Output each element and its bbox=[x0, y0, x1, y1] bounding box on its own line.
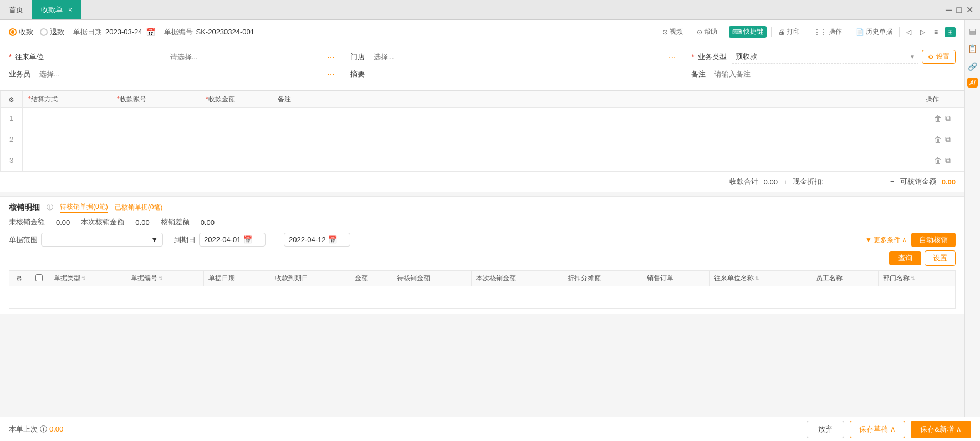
bottom-buttons: 放弃 保存草稿 ∧ 保存&新增 ∧ bbox=[807, 421, 971, 438]
reconcile-stats: 未核销金额 0.00 本次核销金额 0.00 核销差额 0.00 bbox=[9, 217, 956, 227]
counterparty-input[interactable] bbox=[167, 51, 320, 63]
bill-no-field: 单据编号 SK-20230324-001 bbox=[164, 27, 255, 37]
table-settings-header[interactable]: ⚙ bbox=[1, 91, 23, 108]
auto-reconcile-btn[interactable]: 自动核销 bbox=[911, 233, 956, 247]
save-new-btn[interactable]: 保存&新增 ∧ bbox=[911, 421, 971, 438]
net-val: 0.00 bbox=[942, 178, 956, 186]
divider1 bbox=[690, 27, 690, 37]
divider3 bbox=[771, 27, 772, 37]
minimize-icon[interactable]: ─ bbox=[946, 5, 952, 15]
save-new-chevron: ∧ bbox=[956, 425, 962, 433]
reconcile-form-row: 单据范围 ▼ 到期日 2022-04-01 📅 — bbox=[9, 233, 860, 247]
layout-grid-icon[interactable]: ⊞ bbox=[945, 27, 956, 37]
video-btn[interactable]: ⊙ 视频 bbox=[660, 26, 685, 38]
calendar-icon-to: 📅 bbox=[328, 235, 337, 244]
close-icon[interactable]: ✕ bbox=[966, 4, 973, 15]
recon-select-all[interactable] bbox=[35, 274, 43, 281]
form-area: * 往来单位 ··· 门店 ··· * 业务类型 预收款 ▼ ⚙ bbox=[0, 44, 964, 91]
sidebar-ai-icon[interactable]: Ai bbox=[967, 78, 978, 88]
print-btn[interactable]: 🖨 打印 bbox=[776, 26, 802, 38]
receipt-amount-cell-3[interactable] bbox=[200, 150, 272, 171]
receipt-amount-cell-1[interactable] bbox=[200, 108, 272, 129]
recon-no-th: 单据编号 ⇅ bbox=[126, 271, 203, 286]
recon-amount-th: 金额 bbox=[350, 271, 392, 286]
nav-prev-icon[interactable]: ◁ bbox=[904, 27, 913, 37]
store-more-btn[interactable]: ··· bbox=[664, 52, 680, 62]
shortcut-btn[interactable]: ⌨ 快捷键 bbox=[729, 26, 767, 38]
sort-icon-no: ⇅ bbox=[159, 276, 163, 281]
nav-next-icon[interactable]: ▷ bbox=[918, 27, 927, 37]
recon-checkbox-th[interactable] bbox=[29, 271, 49, 286]
net-label: 可核销金额 bbox=[900, 177, 936, 187]
settle-method-cell-2[interactable] bbox=[23, 129, 111, 150]
abandon-btn[interactable]: 放弃 bbox=[807, 421, 844, 438]
sidebar-doc-icon[interactable]: 📋 bbox=[966, 42, 979, 55]
store-input[interactable] bbox=[370, 51, 661, 63]
remark-cell-2[interactable] bbox=[272, 129, 920, 150]
maximize-icon[interactable]: □ bbox=[956, 5, 962, 15]
save-draft-btn[interactable]: 保存草稿 ∧ bbox=[850, 421, 905, 438]
summary-input[interactable] bbox=[370, 68, 681, 80]
delete-icon-2[interactable]: 🗑 bbox=[934, 135, 942, 144]
row-num-1: 1 bbox=[1, 108, 23, 129]
delete-icon-3[interactable]: 🗑 bbox=[934, 156, 942, 165]
salesperson-input[interactable] bbox=[36, 68, 319, 80]
settings-button[interactable]: ⚙ 设置 bbox=[922, 50, 956, 64]
recon-dept-th: 部门名称 ⇅ bbox=[878, 271, 955, 286]
layout-list-icon[interactable]: ≡ bbox=[932, 27, 940, 37]
recon-date-th: 单据日期 bbox=[203, 271, 270, 286]
reconcile-info-icon[interactable]: ⓘ bbox=[47, 203, 53, 212]
receipt-radio[interactable]: 收款 bbox=[9, 27, 33, 37]
business-type-select[interactable]: 预收款 ▼ bbox=[732, 50, 919, 64]
copy-icon-1[interactable]: ⧉ bbox=[945, 114, 951, 123]
remark-header: 备注 bbox=[272, 91, 920, 108]
receipt-account-cell-3[interactable] bbox=[111, 150, 200, 171]
query-btn[interactable]: 查询 bbox=[889, 251, 921, 265]
ops-btn[interactable]: ⋮⋮ 操作 bbox=[811, 26, 844, 38]
date-to-picker[interactable]: 2022-04-12 📅 bbox=[284, 233, 350, 247]
copy-icon-2[interactable]: ⧉ bbox=[945, 135, 951, 144]
date-to-value: 2022-04-12 bbox=[289, 235, 326, 244]
done-tab[interactable]: 已核销单据(0笔) bbox=[115, 203, 163, 212]
pending-tab[interactable]: 待核销单据(0笔) bbox=[60, 202, 108, 213]
salesperson-more-btn[interactable]: ··· bbox=[323, 69, 339, 79]
tab-home[interactable]: 首页 bbox=[0, 0, 32, 19]
receipt-account-cell-2[interactable] bbox=[111, 129, 200, 150]
remark-cell-3[interactable] bbox=[272, 150, 920, 171]
bill-date-field: 单据日期 2023-03-24 📅 bbox=[73, 27, 155, 37]
refund-radio[interactable]: 退款 bbox=[40, 27, 64, 37]
discount-input[interactable] bbox=[829, 176, 885, 187]
history-btn[interactable]: 📄 历史单据 bbox=[854, 26, 895, 38]
divider6 bbox=[899, 27, 900, 37]
filter-icon: ▼ bbox=[865, 236, 872, 244]
remark-input[interactable] bbox=[711, 68, 956, 80]
recon-settings-th[interactable]: ⚙ bbox=[9, 271, 29, 286]
bill-date-label: 单据日期 bbox=[73, 27, 102, 37]
calendar-icon[interactable]: 📅 bbox=[146, 28, 155, 37]
receipt-amount-cell-2[interactable] bbox=[200, 129, 272, 150]
sidebar-attach-icon[interactable]: 🔗 bbox=[966, 60, 979, 73]
counterparty-label-text: 往来单位 bbox=[15, 52, 161, 62]
diff-label: 核销差额 bbox=[161, 217, 190, 227]
copy-icon-3[interactable]: ⧉ bbox=[945, 156, 951, 165]
tab-bar: 首页 收款单 × ─ □ ✕ bbox=[0, 0, 980, 20]
remark-cell-1[interactable] bbox=[272, 108, 920, 129]
date-from-picker[interactable]: 2022-04-01 📅 bbox=[199, 233, 266, 247]
help-btn[interactable]: ⊙ 帮助 bbox=[695, 26, 719, 38]
tab-receipt[interactable]: 收款单 × bbox=[32, 0, 81, 19]
receipt-amount-header: *收款金额 bbox=[200, 91, 272, 108]
current-order-label: 本单上次 bbox=[9, 424, 38, 434]
counterparty-more-btn[interactable]: ··· bbox=[323, 52, 339, 62]
tab-close-icon[interactable]: × bbox=[68, 6, 72, 14]
settle-method-cell-1[interactable] bbox=[23, 108, 111, 129]
scope-select[interactable]: ▼ bbox=[41, 233, 163, 247]
delete-icon-1[interactable]: 🗑 bbox=[934, 114, 942, 123]
recon-empty-row bbox=[9, 286, 956, 309]
receipt-account-cell-1[interactable] bbox=[111, 108, 200, 129]
settle-method-cell-3[interactable] bbox=[23, 150, 111, 171]
sort-icon-cp: ⇅ bbox=[755, 276, 759, 281]
recon-type-th: 单据类型 ⇅ bbox=[49, 271, 126, 286]
more-conditions-btn[interactable]: ▼ 更多条件 ∧ bbox=[865, 235, 907, 245]
sidebar-table-icon[interactable]: ▦ bbox=[967, 24, 978, 38]
recon-settings-btn[interactable]: 设置 bbox=[925, 250, 956, 266]
